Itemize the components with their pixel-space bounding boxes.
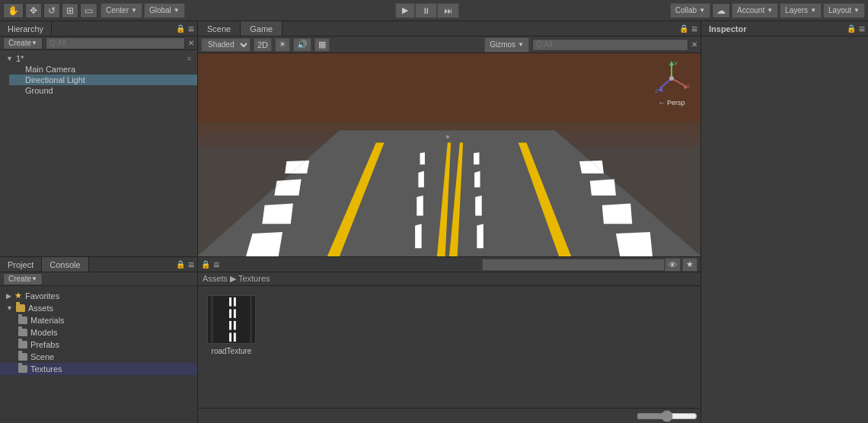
account-btn[interactable]: Account ▼ bbox=[732, 3, 778, 18]
hierarchy-item-main-camera[interactable]: Main Camera bbox=[9, 64, 197, 75]
scene-toolbar: Shaded 2D ☀ 🔊 ▦ Gizmos ▼ ✕ bbox=[198, 37, 700, 53]
svg-marker-13 bbox=[416, 196, 423, 216]
asset-item-road-texture[interactable]: roadTexture bbox=[204, 292, 259, 358]
asset-star-btn[interactable]: ★ bbox=[682, 258, 697, 272]
road-scene-svg bbox=[198, 53, 700, 256]
favorites-label: Favorites bbox=[25, 291, 59, 301]
transform-tools: ✋ ✥ ↺ ⊞ ▭ bbox=[3, 3, 97, 18]
scene-view[interactable]: Y X Z ← Persp bbox=[198, 53, 700, 256]
play-btn[interactable]: ▶ bbox=[395, 3, 415, 18]
rect-tool-btn[interactable]: ▭ bbox=[80, 3, 97, 18]
scale-tool-btn[interactable]: ⊞ bbox=[62, 3, 78, 18]
right-tools: Collab ▼ ☁ Account ▼ Layers ▼ Layout ▼ bbox=[670, 3, 865, 18]
scene-lock-icon[interactable]: 🔒 bbox=[679, 24, 688, 33]
layout-btn[interactable]: Layout ▼ bbox=[823, 3, 865, 18]
scene-menu-icon[interactable]: ≡ bbox=[691, 23, 697, 35]
move-tool-btn[interactable]: ✥ bbox=[25, 3, 42, 18]
hierarchy-lock-icon[interactable]: 🔒 bbox=[176, 24, 185, 33]
hierarchy-create-btn[interactable]: Create ▼ bbox=[3, 37, 43, 49]
tree-item-favorites[interactable]: ▶ ★ Favorites bbox=[0, 289, 197, 302]
asset-grid[interactable]: roadTexture bbox=[198, 286, 700, 408]
hierarchy-item-light-label: Directional Light bbox=[25, 75, 85, 84]
gizmos-btn[interactable]: Gizmos ▼ bbox=[484, 37, 529, 52]
scene-tab[interactable]: Scene bbox=[198, 21, 241, 36]
effects-btn[interactable]: ▦ bbox=[314, 38, 330, 52]
gizmo-svg: Y X Z bbox=[653, 59, 691, 97]
tree-item-models[interactable]: Models bbox=[0, 326, 197, 339]
hierarchy-item-directional-light[interactable]: Directional Light bbox=[9, 75, 197, 85]
asset-eye-btn[interactable]: 👁 bbox=[665, 258, 681, 272]
assets-label: Assets bbox=[28, 304, 53, 313]
asset-lock-icon[interactable]: 🔒 bbox=[201, 260, 210, 269]
cloud-btn[interactable]: ☁ bbox=[712, 3, 730, 18]
pivot-global-caret: ▼ bbox=[174, 7, 180, 14]
pivot-global-btn[interactable]: Global ▼ bbox=[144, 3, 185, 18]
asset-bottom-bar bbox=[198, 408, 700, 423]
game-tab[interactable]: Game bbox=[241, 21, 282, 36]
persp-label: ← Persp bbox=[658, 99, 685, 107]
inspector-lock-icon[interactable]: 🔒 bbox=[847, 24, 856, 33]
hierarchy-tab[interactable]: Hierarchy bbox=[0, 21, 52, 36]
asset-path: Assets ▶ Textures bbox=[203, 274, 270, 284]
tree-item-textures[interactable]: Textures bbox=[0, 363, 197, 375]
collab-btn[interactable]: Collab ▼ bbox=[670, 3, 710, 18]
light-toggle-btn[interactable]: ☀ bbox=[275, 38, 290, 52]
hierarchy-search-input[interactable] bbox=[46, 37, 185, 49]
twod-label: 2D bbox=[257, 40, 268, 49]
hierarchy-menu-btn: ≡ bbox=[187, 55, 191, 62]
project-create-btn[interactable]: Create ▼ bbox=[3, 273, 43, 285]
hierarchy-controls: Create ▼ ✕ bbox=[0, 37, 197, 50]
pivot-center-btn[interactable]: Center ▼ bbox=[101, 3, 142, 18]
shading-select[interactable]: Shaded bbox=[201, 38, 251, 52]
asset-search-input[interactable] bbox=[482, 259, 665, 271]
asset-bottom: 🔒 ≡ 👁 ★ Assets ▶ Textures bbox=[198, 257, 700, 423]
project-lock-icon[interactable]: 🔒 bbox=[176, 260, 185, 269]
project-tree: ▶ ★ Favorites ▼ Assets Materials bbox=[0, 286, 197, 423]
step-btn[interactable]: ⏭ bbox=[437, 3, 459, 18]
rotate-tool-btn[interactable]: ↺ bbox=[43, 3, 60, 18]
hand-tool-btn[interactable]: ✋ bbox=[3, 3, 24, 18]
inspector-header-right: 🔒 ≡ bbox=[847, 23, 865, 35]
textures-folder-icon bbox=[18, 365, 27, 373]
assets-arrow: ▼ bbox=[6, 304, 13, 312]
collab-label: Collab bbox=[675, 6, 697, 14]
inspector-menu-icon[interactable]: ≡ bbox=[859, 23, 865, 35]
svg-marker-27 bbox=[579, 161, 604, 173]
svg-rect-42 bbox=[211, 296, 213, 343]
hierarchy-x-icon[interactable]: ✕ bbox=[188, 39, 194, 47]
svg-marker-17 bbox=[475, 196, 482, 216]
inspector-tab-bar: Inspector 🔒 ≡ bbox=[701, 21, 868, 37]
models-folder-icon bbox=[18, 329, 27, 336]
project-menu-icon[interactable]: ≡ bbox=[188, 259, 194, 271]
scene-x-icon[interactable]: ✕ bbox=[691, 40, 697, 49]
asset-size-slider[interactable] bbox=[637, 410, 697, 422]
tree-item-prefabs[interactable]: Prefabs bbox=[0, 339, 197, 351]
pivot-caret: ▼ bbox=[131, 7, 137, 14]
project-create-label: Create bbox=[8, 275, 31, 283]
scene-tab-bar: Scene Game 🔒 ≡ bbox=[198, 21, 700, 37]
svg-marker-25 bbox=[602, 204, 633, 224]
scene-header-right: 🔒 ≡ bbox=[679, 23, 700, 35]
scene-search-input[interactable] bbox=[532, 39, 688, 51]
audio-btn[interactable]: 🔊 bbox=[293, 38, 311, 52]
inspector-title: Inspector bbox=[704, 24, 752, 33]
hierarchy-item-root[interactable]: ▼ 1* ≡ bbox=[0, 53, 197, 64]
svg-rect-49 bbox=[234, 309, 236, 318]
pause-btn[interactable]: ⏸ bbox=[415, 3, 437, 18]
hierarchy-menu-icon[interactable]: ≡ bbox=[188, 23, 194, 35]
hierarchy-tab-bar: Hierarchy 🔒 ≡ bbox=[0, 21, 197, 37]
hierarchy-create-caret: ▼ bbox=[31, 40, 37, 46]
asset-menu-icon[interactable]: ≡ bbox=[213, 259, 219, 271]
tree-item-materials[interactable]: Materials bbox=[0, 314, 197, 326]
svg-rect-46 bbox=[229, 321, 231, 330]
tree-item-assets[interactable]: ▼ Assets bbox=[0, 302, 197, 314]
twod-btn[interactable]: 2D bbox=[254, 38, 272, 52]
layers-btn[interactable]: Layers ▼ bbox=[780, 3, 822, 18]
hierarchy-item-ground[interactable]: Ground bbox=[9, 85, 197, 96]
star-icon: ★ bbox=[14, 291, 22, 301]
pivot-group: Center ▼ Global ▼ bbox=[101, 3, 185, 18]
console-tab[interactable]: Console bbox=[42, 257, 88, 272]
tree-item-scene[interactable]: Scene bbox=[0, 351, 197, 363]
project-tab[interactable]: Project bbox=[0, 257, 42, 272]
scene-folder-icon bbox=[18, 353, 27, 361]
